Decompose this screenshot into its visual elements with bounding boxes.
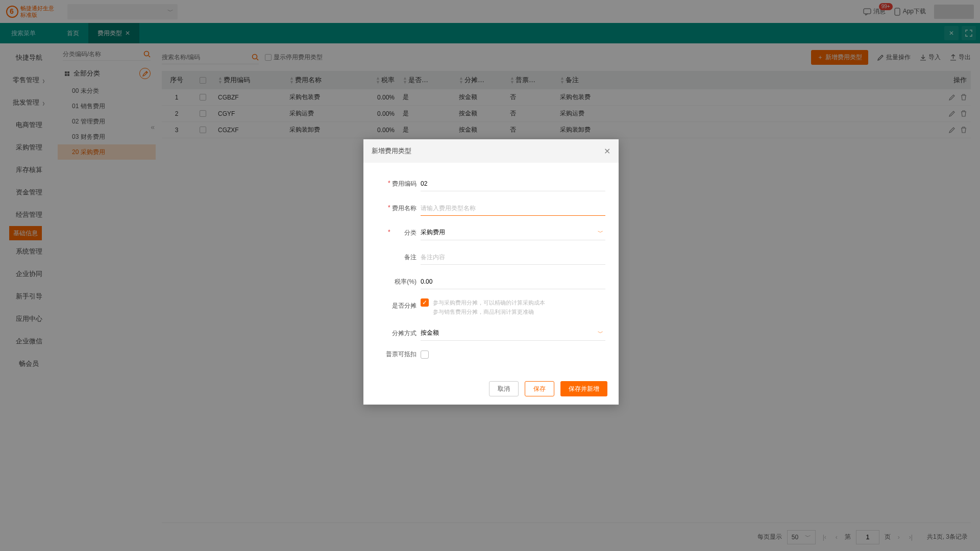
chevron-down-icon: ﹀ — [598, 229, 603, 236]
pp-label: 普票可抵扣 — [377, 350, 421, 359]
alloc-yn-label: 是否分摊 — [377, 298, 421, 310]
modal-close-button[interactable]: ✕ — [604, 146, 610, 156]
name-label: 费用名称 — [377, 204, 421, 213]
alloc-method-value[interactable] — [421, 330, 605, 337]
modal-footer: 取消 保存 保存并新增 — [363, 373, 619, 405]
modal-title: 新增费用类型 — [372, 146, 411, 156]
alloc-yn-checkbox[interactable]: ✓ — [421, 298, 429, 307]
save-and-add-button[interactable]: 保存并新增 — [560, 381, 607, 396]
save-button[interactable]: 保存 — [525, 381, 554, 396]
alloc-method-select[interactable]: ﹀ — [421, 325, 605, 341]
category-select[interactable]: ﹀ — [421, 225, 605, 240]
name-field[interactable] — [421, 201, 605, 216]
code-label: 费用编码 — [377, 180, 421, 188]
add-fee-type-modal: 新增费用类型 ✕ 费用编码 费用名称 占分类 ﹀ 备注 — [363, 139, 619, 405]
modal-header: 新增费用类型 ✕ — [363, 139, 619, 163]
chevron-down-icon: ﹀ — [598, 329, 603, 337]
pp-checkbox[interactable] — [421, 350, 429, 359]
category-label: 占分类 — [377, 229, 421, 237]
alloc-hint: 参与采购费用分摊，可以精确的计算采购成本 参与销售费用分摊，商品利润计算更准确 — [433, 298, 545, 316]
tax-field[interactable] — [421, 274, 605, 289]
tax-label: 税率(%) — [377, 278, 421, 286]
alloc-method-label: 分摊方式 — [377, 329, 421, 338]
note-label: 备注 — [377, 253, 421, 262]
category-value[interactable] — [421, 229, 605, 236]
name-input[interactable] — [421, 205, 605, 212]
note-field[interactable] — [421, 249, 605, 265]
code-input[interactable] — [421, 180, 605, 187]
code-field[interactable] — [421, 176, 605, 191]
note-input[interactable] — [421, 254, 605, 261]
tax-input[interactable] — [421, 278, 605, 285]
cancel-button[interactable]: 取消 — [489, 381, 519, 396]
